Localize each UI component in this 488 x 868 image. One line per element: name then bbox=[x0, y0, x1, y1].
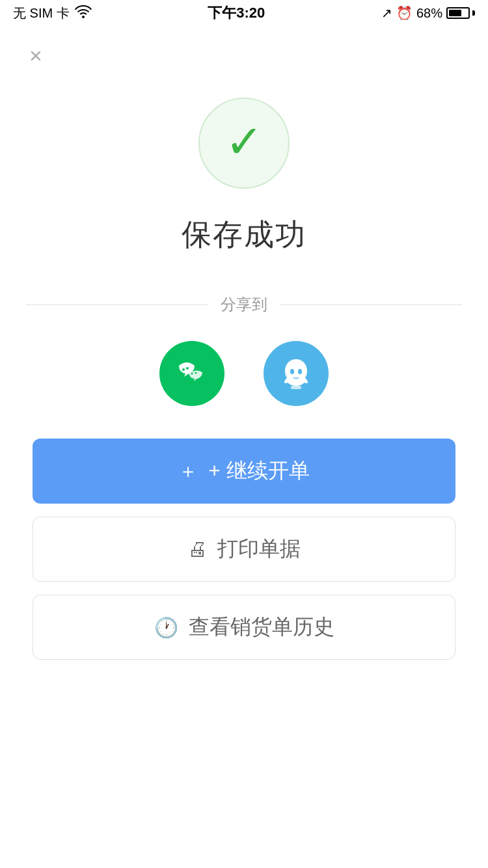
print-button[interactable]: 🖨 打印单据 bbox=[33, 517, 455, 582]
divider-left bbox=[26, 305, 208, 305]
share-label: 分享到 bbox=[208, 294, 280, 315]
wifi-icon bbox=[75, 5, 92, 21]
status-right: ↗ ⏰ 68% bbox=[381, 5, 475, 21]
plus-icon: ＋ bbox=[178, 458, 198, 485]
actions: ＋ + 继续开单 🖨 打印单据 🕐 查看销货单历史 bbox=[26, 439, 462, 660]
svg-point-8 bbox=[298, 369, 302, 374]
success-circle: ✓ bbox=[198, 98, 290, 189]
battery-icon bbox=[446, 7, 475, 19]
qq-icon bbox=[277, 354, 316, 393]
success-title: 保存成功 bbox=[182, 215, 306, 255]
checkmark-icon: ✓ bbox=[225, 119, 264, 165]
svg-rect-9 bbox=[291, 386, 301, 389]
status-time: 下午3:20 bbox=[208, 3, 265, 23]
continue-button[interactable]: ＋ + 继续开单 bbox=[33, 439, 455, 504]
qq-share-button[interactable] bbox=[264, 341, 329, 406]
no-sim-label: 无 SIM 卡 bbox=[13, 5, 70, 22]
main-content: ✓ 保存成功 分享到 bbox=[0, 78, 488, 868]
history-button[interactable]: 🕐 查看销货单历史 bbox=[33, 595, 455, 660]
location-icon: ↗ bbox=[381, 5, 392, 21]
close-icon: × bbox=[29, 44, 42, 66]
share-section: 分享到 bbox=[26, 294, 462, 406]
svg-point-6 bbox=[195, 372, 197, 374]
alarm-icon: ⏰ bbox=[396, 5, 413, 21]
svg-point-7 bbox=[290, 369, 294, 374]
print-label: 打印单据 bbox=[217, 535, 301, 563]
share-divider: 分享到 bbox=[26, 294, 462, 315]
battery-percent: 68% bbox=[416, 6, 442, 21]
print-icon: 🖨 bbox=[187, 538, 207, 560]
close-button[interactable]: × bbox=[20, 39, 52, 72]
wechat-share-button[interactable] bbox=[159, 341, 224, 406]
wechat-icon bbox=[172, 354, 211, 393]
svg-point-4 bbox=[186, 367, 189, 370]
svg-point-5 bbox=[191, 373, 193, 375]
svg-point-3 bbox=[182, 368, 185, 371]
close-area: × bbox=[0, 26, 488, 78]
divider-right bbox=[280, 305, 462, 305]
clock-icon: 🕐 bbox=[154, 616, 178, 639]
share-icons bbox=[26, 341, 462, 406]
status-left: 无 SIM 卡 bbox=[13, 5, 92, 22]
history-label: 查看销货单历史 bbox=[189, 613, 334, 642]
continue-label: + 继续开单 bbox=[208, 457, 310, 485]
status-bar: 无 SIM 卡 下午3:20 ↗ ⏰ 68% bbox=[0, 0, 488, 26]
